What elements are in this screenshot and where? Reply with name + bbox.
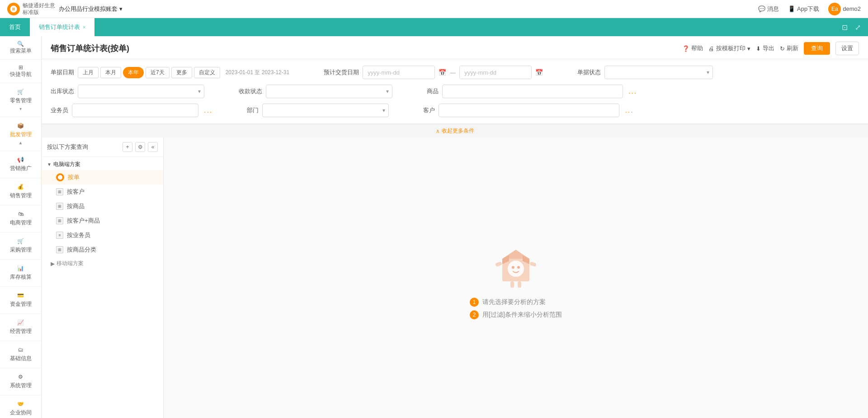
window-expand-btn[interactable]: ⤢ [853, 23, 863, 32]
sidebar-item-wholesale[interactable]: 📦 批发管理 ▲ [0, 117, 41, 151]
scheme-item-by-customer[interactable]: ⊞ 按客户 [42, 185, 163, 199]
calendar-end-icon[interactable]: 📅 [535, 69, 543, 76]
this-month-btn[interactable]: 本月 [100, 67, 121, 78]
company-selector[interactable]: 办公用品行业模拟账套 ▾ [59, 5, 123, 13]
last7-btn[interactable]: 近7天 [146, 67, 170, 78]
logo-icon [7, 3, 20, 15]
customer-more-icon[interactable]: ... [625, 106, 633, 114]
export-btn[interactable]: ⬇ 导出 [756, 44, 774, 52]
scheme-item-by-salesperson[interactable]: ≡ 按业务员 [42, 228, 163, 242]
collapse-filters-btn[interactable]: ∧ 收起更多条件 [42, 124, 868, 138]
customer-group: 客户 ... [423, 104, 633, 117]
order-status-select-wrapper [604, 66, 713, 79]
print-dropdown-icon[interactable]: ▾ [747, 45, 750, 52]
filter-row-1: 单据日期 上月 本月 本年 近7天 更多 自定义 2023-01-01 至 20… [51, 66, 859, 79]
enterprise-icon: 🤝 [17, 401, 24, 407]
date-buttons: 上月 本月 本年 近7天 更多 自定义 [78, 67, 220, 78]
settings-btn[interactable]: 设置 [835, 42, 859, 55]
svg-rect-9 [495, 261, 502, 267]
messages-btn[interactable]: 💬 消息 [758, 5, 779, 13]
wholesale-icon: 📦 [17, 123, 24, 129]
more-date-btn[interactable]: 更多 [171, 67, 192, 78]
scheme-item-by-category[interactable]: ⊞ 按商品分类 [42, 242, 163, 257]
sidebar-item-inventory[interactable]: 📊 库存核算 [0, 260, 41, 287]
date-filter-group: 单据日期 上月 本月 本年 近7天 更多 自定义 2023-01-01 至 20… [51, 67, 289, 78]
sidebar-item-finance[interactable]: 💳 资金管理 [0, 287, 41, 314]
expected-date-group: 预计交货日期 📅 — 📅 [324, 66, 543, 79]
department-select[interactable] [262, 104, 389, 117]
calendar-start-icon[interactable]: 📅 [439, 69, 446, 76]
payment-status-label: 收款状态 [239, 87, 262, 95]
purchase-icon: 🛒 [17, 238, 24, 244]
customer-input[interactable] [439, 104, 619, 117]
order-status-select[interactable] [604, 66, 713, 79]
scheme-item-by-customer-product[interactable]: ⊞ 按客户+商品 [42, 214, 163, 228]
date-label: 单据日期 [51, 68, 74, 76]
scheme-header: 按以下方案查询 + ⚙ « [42, 138, 163, 157]
scheme-settings-btn[interactable]: ⚙ [135, 142, 145, 152]
nav-tabs: 首页 销售订单统计表 × ⊡ ⤢ [0, 18, 868, 36]
scheme-item-by-product[interactable]: ⊞ 按商品 [42, 199, 163, 214]
sidebar-item-system[interactable]: ⚙ 系统管理 [0, 368, 41, 395]
scheme-add-btn[interactable]: + [123, 142, 132, 152]
empty-state: 1 请先选择要分析的方案 2 用[过滤]条件来缩小分析范围 [470, 236, 562, 319]
svg-rect-7 [510, 281, 514, 288]
ship-status-select[interactable] [78, 85, 204, 98]
last-month-btn[interactable]: 上月 [78, 67, 99, 78]
refresh-btn[interactable]: ↻ 刷新 [780, 44, 798, 52]
department-select-wrapper [262, 104, 389, 117]
sidebar-item-marketing[interactable]: 📢 营销推广 [0, 151, 41, 178]
tab-home[interactable]: 首页 [0, 18, 30, 36]
salesperson-input[interactable] [72, 104, 198, 117]
app-download-btn[interactable]: 📱 App下载 [788, 5, 819, 13]
data-area: 1 请先选择要分析的方案 2 用[过滤]条件来缩小分析范围 [164, 138, 868, 418]
custom-date-btn[interactable]: 自定义 [194, 67, 220, 78]
product-label: 商品 [427, 87, 439, 95]
payment-status-select[interactable] [266, 85, 392, 98]
this-year-btn[interactable]: 本年 [123, 67, 144, 78]
expected-date-start-input[interactable] [363, 66, 435, 79]
triangle-mobile-icon: ▶ [51, 261, 55, 267]
payment-status-group: 收款状态 [239, 85, 392, 98]
help-btn[interactable]: ❓ 帮助 [682, 44, 703, 52]
finance-icon: 💳 [17, 292, 24, 299]
ship-status-select-wrapper [78, 85, 204, 98]
scheme-panel: 按以下方案查询 + ⚙ « ▼ 电脑端方案 按单 [42, 138, 164, 418]
sidebar-item-basic[interactable]: 🗂 基础信息 [0, 341, 41, 368]
query-btn[interactable]: 查询 [804, 42, 830, 55]
window-restore-btn[interactable]: ⊡ [840, 23, 849, 32]
scheme-item-by-order[interactable]: 按单 [42, 170, 163, 185]
sidebar-item-retail[interactable]: 🛒 零售管理 ▾ [0, 83, 41, 117]
empty-tips: 1 请先选择要分析的方案 2 用[过滤]条件来缩小分析范围 [470, 298, 562, 319]
tab-close-icon[interactable]: × [83, 24, 85, 30]
customer-scheme-icon: ⊞ [56, 188, 63, 195]
scheme-title: 按以下方案查询 [47, 143, 88, 151]
scheme-collapse-btn[interactable]: « [148, 142, 158, 152]
sidebar-search[interactable]: 🔍 搜索菜单 [0, 36, 41, 60]
sidebar-item-sales[interactable]: 💰 销售管理 [0, 178, 41, 205]
order-scheme-icon [56, 173, 64, 181]
tab-sales-order-stats[interactable]: 销售订单统计表 × [30, 18, 94, 36]
sidebar-item-enterprise[interactable]: 🤝 企业协同 [0, 395, 41, 418]
salesperson-more-icon[interactable]: ... [204, 106, 212, 114]
expected-date-end-input[interactable] [459, 66, 532, 79]
salesperson-scheme-icon: ≡ [56, 232, 63, 239]
svg-rect-8 [518, 281, 521, 288]
svg-point-4 [508, 261, 524, 277]
ecommerce-icon: 🛍 [18, 211, 24, 217]
product-more-icon[interactable]: ... [628, 87, 637, 95]
grid-icon: ⊞ [19, 64, 23, 71]
category-scheme-icon: ⊞ [56, 246, 63, 253]
chevron-down-icon: ▾ [19, 106, 22, 111]
salesperson-group: 业务员 ... [51, 104, 212, 117]
scheme-category-mobile: ▶ 移动端方案 [42, 257, 163, 269]
product-input[interactable] [442, 85, 623, 98]
system-icon: ⚙ [18, 374, 23, 380]
sidebar-item-ecommerce[interactable]: 🛍 电商管理 [0, 205, 41, 233]
print-btn[interactable]: 🖨 按模板打印 ▾ [708, 44, 750, 52]
sidebar-item-operations[interactable]: 📈 经营管理 [0, 314, 41, 341]
user-area[interactable]: Ea demo2 [828, 3, 861, 15]
content-body: 按以下方案查询 + ⚙ « ▼ 电脑端方案 按单 [42, 138, 868, 418]
sidebar-item-purchase[interactable]: 🛒 采购管理 [0, 233, 41, 260]
sidebar-quick-nav[interactable]: ⊞ 快捷导航 [0, 60, 41, 83]
